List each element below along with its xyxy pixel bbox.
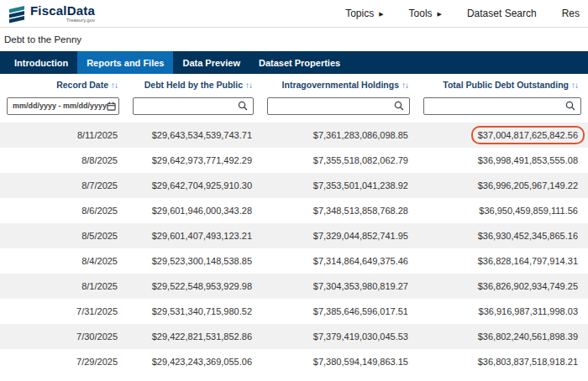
amount-cell: $29,422,821,531,852.86 (126, 324, 260, 349)
table-row: 8/1/2025$29,522,548,953,929.98$7,304,353… (0, 274, 588, 299)
record-date-cell: 8/7/2025 (0, 173, 126, 198)
search-icon (394, 101, 404, 111)
amount-cell: $7,329,044,852,741.95 (260, 223, 417, 248)
nav-tools-label: Tools (409, 8, 433, 19)
amount-cell: $7,348,513,858,768.28 (260, 198, 417, 223)
column-label: Debt Held by the Public (144, 80, 243, 90)
column-label: Total Public Debt Outstanding (443, 80, 569, 90)
amount-cell: $7,380,594,149,863.15 (260, 349, 417, 374)
column-label: Intragovernmental Holdings (282, 80, 399, 90)
nav-tools[interactable]: Tools ▶ (409, 8, 442, 19)
amount-cell: $36,998,491,853,555.08 (417, 148, 588, 173)
brand-name: FiscalData (30, 4, 95, 17)
amount-cell: $36,930,452,345,865.16 (417, 223, 588, 248)
calendar-icon[interactable] (107, 102, 116, 111)
amount-cell: $7,361,283,086,098.85 (260, 123, 417, 148)
brand-home-link[interactable]: FiscalData Treasury.gov (7, 3, 95, 23)
table-row: 8/4/2025$29,523,300,148,538.85$7,314,864… (0, 248, 588, 274)
nav-topics[interactable]: Topics ▶ (345, 8, 383, 19)
amount-cell: $29,531,340,715,980.52 (126, 299, 260, 324)
tab-label: Dataset Properties (259, 58, 340, 68)
brand-subtitle: Treasury.gov (66, 18, 95, 23)
tab-label: Introduction (14, 58, 68, 68)
column-header-intragovernmental-holdings[interactable]: Intragovernmental Holdings↑↓ (260, 74, 417, 96)
sort-icon[interactable]: ↑↓ (571, 81, 578, 90)
debt-table: Record Date↑↓ Debt Held by the Public↑↓ … (0, 74, 588, 374)
top-header: FiscalData Treasury.gov Topics ▶ Tools ▶… (0, 0, 588, 28)
amount-cell: $36,828,164,797,914.31 (417, 248, 588, 274)
tab-dataset-properties[interactable]: Dataset Properties (249, 51, 349, 74)
debt-held-filter-input[interactable] (133, 97, 254, 115)
table-header-row: Record Date↑↓ Debt Held by the Public↑↓ … (0, 74, 588, 96)
record-date-cell: 8/11/2025 (0, 123, 126, 148)
amount-cell: $29,523,300,148,538.85 (126, 248, 260, 274)
table-row: 7/31/2025$29,531,340,715,980.52$7,385,64… (0, 299, 588, 324)
nav-dataset-search-label: Dataset Search (467, 8, 537, 19)
sort-icon[interactable]: ↑↓ (111, 81, 118, 90)
tab-introduction[interactable]: Introduction (5, 51, 77, 74)
nav-resources-label: Res (562, 8, 580, 19)
record-date-cell: 8/4/2025 (0, 248, 126, 274)
table-filter-row: mm/dd/yyyy - mm/dd/yyyy (0, 96, 588, 123)
amount-cell: $36,916,987,311,998.03 (417, 299, 588, 324)
table-row: 8/11/2025$29,643,534,539,743.71$7,361,28… (0, 123, 588, 148)
amount-cell: $7,304,353,980,819.27 (260, 274, 417, 299)
amount-cell: $29,601,407,493,123.21 (126, 223, 260, 248)
tab-label: Reports and Files (87, 58, 164, 68)
record-date-cell: 8/5/2025 (0, 223, 126, 248)
record-date-cell: 8/6/2025 (0, 198, 126, 223)
record-date-cell: 7/29/2025 (0, 349, 126, 374)
nav-dataset-search[interactable]: Dataset Search (467, 8, 537, 19)
table-row: 8/8/2025$29,642,973,771,492.29$7,355,518… (0, 148, 588, 173)
caret-right-icon: ▶ (438, 10, 442, 17)
amount-cell: $7,385,646,596,017.51 (260, 299, 417, 324)
table-row: 8/6/2025$29,601,946,000,343.28$7,348,513… (0, 198, 588, 223)
column-label: Record Date (56, 80, 108, 90)
amount-cell: $29,642,973,771,492.29 (126, 148, 260, 173)
amount-cell: $36,996,205,967,149.22 (417, 173, 588, 198)
amount-cell: $7,355,518,082,062.79 (260, 148, 417, 173)
amount-cell: $29,642,704,925,910.30 (126, 173, 260, 198)
breadcrumb-row: Debt to the Penny (0, 28, 588, 51)
record-date-cell: 8/8/2025 (0, 148, 126, 173)
amount-cell: $7,379,419,030,045.53 (260, 324, 417, 349)
record-date-cell: 8/1/2025 (0, 274, 126, 299)
top-nav: Topics ▶ Tools ▶ Dataset Search Res (345, 8, 580, 19)
tab-label: Data Preview (182, 58, 239, 68)
amount-cell: $37,004,817,625,842.56 (417, 123, 588, 148)
table-row: 7/30/2025$29,422,821,531,852.86$7,379,41… (0, 324, 588, 349)
fiscaldata-logo-icon (7, 3, 27, 23)
amount-cell: $36,950,459,859,111.56 (417, 198, 588, 223)
intragovernmental-filter-input[interactable] (267, 97, 410, 115)
breadcrumb: Debt to the Penny (4, 34, 81, 44)
date-range-placeholder: mm/dd/yyyy - mm/dd/yyyy (13, 102, 107, 110)
total-debt-filter-input[interactable] (423, 97, 581, 115)
caret-right-icon: ▶ (379, 10, 383, 17)
table-row: 8/5/2025$29,601,407,493,123.21$7,329,044… (0, 223, 588, 248)
search-icon (238, 101, 248, 111)
amount-cell: $36,826,902,934,749.25 (417, 274, 588, 299)
sort-icon[interactable]: ↑↓ (402, 81, 408, 90)
table-row: 8/7/2025$29,642,704,925,910.30$7,353,501… (0, 173, 588, 198)
amount-cell: $29,601,946,000,343.28 (126, 198, 260, 223)
brand-text: FiscalData Treasury.gov (30, 4, 95, 23)
nav-topics-label: Topics (345, 8, 374, 19)
record-date-cell: 7/30/2025 (0, 324, 126, 349)
tab-reports-and-files[interactable]: Reports and Files (77, 51, 173, 74)
column-header-record-date[interactable]: Record Date↑↓ (0, 74, 126, 96)
amount-cell: $7,353,501,041,238.92 (260, 173, 417, 198)
amount-cell: $36,802,240,561,898.39 (417, 324, 588, 349)
tab-data-preview[interactable]: Data Preview (173, 51, 249, 74)
table-row: 7/29/2025$29,423,243,369,055.06$7,380,59… (0, 349, 588, 374)
amount-cell: $36,803,837,518,918.21 (417, 349, 588, 374)
nav-resources[interactable]: Res (562, 8, 580, 19)
table-body: 8/11/2025$29,643,534,539,743.71$7,361,28… (0, 123, 588, 374)
amount-cell: $29,643,534,539,743.71 (126, 123, 260, 148)
amount-cell: $7,314,864,649,375.46 (260, 248, 417, 274)
date-range-filter-input[interactable]: mm/dd/yyyy - mm/dd/yyyy (7, 97, 119, 115)
column-header-debt-held-by-public[interactable]: Debt Held by the Public↑↓ (126, 74, 260, 96)
sort-icon[interactable]: ↑↓ (245, 81, 252, 90)
column-header-total-public-debt[interactable]: Total Public Debt Outstanding↑↓ (417, 74, 588, 96)
dataset-tab-bar: Introduction Reports and Files Data Prev… (0, 51, 588, 74)
amount-cell: $29,522,548,953,929.98 (126, 274, 260, 299)
